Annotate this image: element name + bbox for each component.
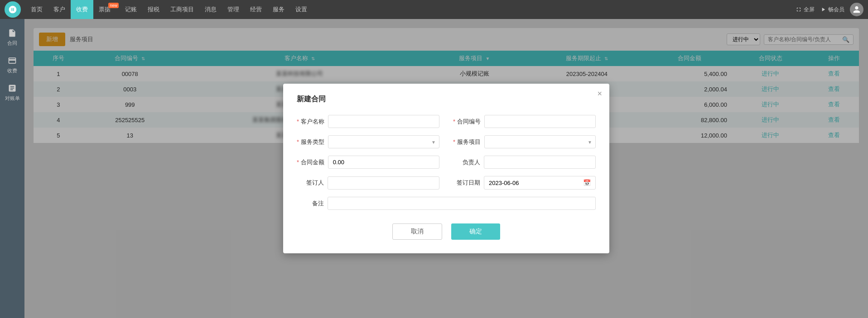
sidebar-item-statement[interactable]: 对账单 [0, 79, 24, 106]
service-item-label: 服务项目 [453, 138, 481, 146]
nav-item-message[interactable]: 消息 [199, 0, 222, 19]
contract-no-input[interactable] [484, 115, 596, 128]
service-type-select[interactable] [328, 135, 439, 148]
nav-item-manage[interactable]: 管理 [222, 0, 245, 19]
main-layout: 合同 收费 对账单 新增 服务项目 进行中 已完成 [0, 19, 868, 318]
form-row-notes: 备注 [297, 197, 596, 210]
nav-right: 全屏 畅会员 [796, 3, 863, 16]
sidebar: 合同 收费 对账单 [0, 19, 24, 318]
signer-input[interactable] [328, 176, 439, 190]
sign-date-input[interactable] [489, 180, 580, 186]
nav-item-service[interactable]: 服务 [267, 0, 290, 19]
user-avatar[interactable] [850, 3, 863, 16]
form-row-signer: 签订人 [297, 176, 439, 190]
form-row-contract-no: 合同编号 [453, 115, 596, 128]
nav-item-customer[interactable]: 客户 [48, 0, 71, 19]
contract-no-label: 合同编号 [453, 118, 481, 126]
sidebar-label-statement: 对账单 [5, 95, 20, 102]
fullscreen-button[interactable]: 全屏 [796, 6, 815, 14]
notes-label: 备注 [297, 199, 324, 208]
sign-date-wrapper: 📅 [484, 176, 596, 190]
notes-input[interactable] [328, 197, 596, 210]
modal-footer: 取消 确定 [297, 223, 596, 240]
nav-item-home[interactable]: 首页 [25, 0, 48, 19]
customer-name-label: 客户名称 [297, 118, 324, 126]
form-row-amount: 合同金额 [297, 156, 439, 169]
service-type-wrapper: ▼ [328, 135, 439, 148]
signer-label: 签订人 [297, 179, 324, 187]
top-nav: 首页 客户 收费 票据 new 记账 报税 工商项目 消息 管理 经营 服务 设… [0, 0, 868, 19]
nav-item-fee[interactable]: 收费 [71, 0, 93, 19]
new-contract-modal: 新建合同 × 客户名称 合同编号 服务类型 [283, 84, 609, 253]
content-area: 新增 服务项目 进行中 已完成 全部 🔍 [24, 19, 868, 318]
nav-item-tax[interactable]: 报税 [142, 0, 165, 19]
contract-amount-label: 合同金额 [297, 158, 324, 166]
fee-icon [7, 56, 17, 66]
service-item-wrapper: ▼ [484, 135, 596, 148]
nav-item-business[interactable]: 工商项目 [165, 0, 199, 19]
responsible-input[interactable] [484, 156, 596, 169]
form-grid: 客户名称 合同编号 服务类型 ▼ [297, 115, 596, 210]
modal-close-button[interactable]: × [597, 89, 602, 99]
new-badge: new [108, 3, 119, 8]
responsible-label: 负责人 [453, 158, 480, 166]
member-button[interactable]: 畅会员 [820, 6, 844, 14]
nav-item-invoice[interactable]: 票据 new [93, 0, 120, 19]
app-logo[interactable] [5, 1, 21, 18]
cancel-button[interactable]: 取消 [392, 223, 442, 240]
sidebar-label-contract: 合同 [7, 40, 17, 47]
modal-title: 新建合同 [297, 95, 596, 104]
contract-icon [7, 28, 17, 38]
sidebar-label-fee: 收费 [7, 67, 17, 74]
form-row-service-item: 服务项目 ▼ [453, 135, 596, 148]
form-row-service-type: 服务类型 ▼ [297, 135, 439, 148]
statement-icon [7, 83, 17, 93]
customer-name-input[interactable] [328, 115, 439, 128]
nav-items: 首页 客户 收费 票据 new 记账 报税 工商项目 消息 管理 经营 服务 设… [25, 0, 796, 19]
service-type-label: 服务类型 [297, 138, 324, 146]
contract-amount-input[interactable] [328, 156, 439, 169]
sidebar-item-contract[interactable]: 合同 [0, 24, 24, 51]
calendar-icon[interactable]: 📅 [583, 179, 591, 186]
form-row-customer: 客户名称 [297, 115, 439, 128]
modal-overlay: 新建合同 × 客户名称 合同编号 服务类型 [24, 19, 868, 318]
sign-date-label: 签订日期 [453, 179, 480, 187]
nav-item-settings[interactable]: 设置 [290, 0, 313, 19]
service-item-select[interactable] [484, 135, 596, 148]
confirm-button[interactable]: 确定 [451, 223, 500, 240]
sidebar-item-fee[interactable]: 收费 [0, 51, 24, 79]
nav-item-bookkeeping[interactable]: 记账 [120, 0, 142, 19]
nav-item-operation[interactable]: 经营 [245, 0, 267, 19]
form-row-responsible: 负责人 [453, 156, 596, 169]
form-row-sign-date: 签订日期 📅 [453, 176, 596, 190]
